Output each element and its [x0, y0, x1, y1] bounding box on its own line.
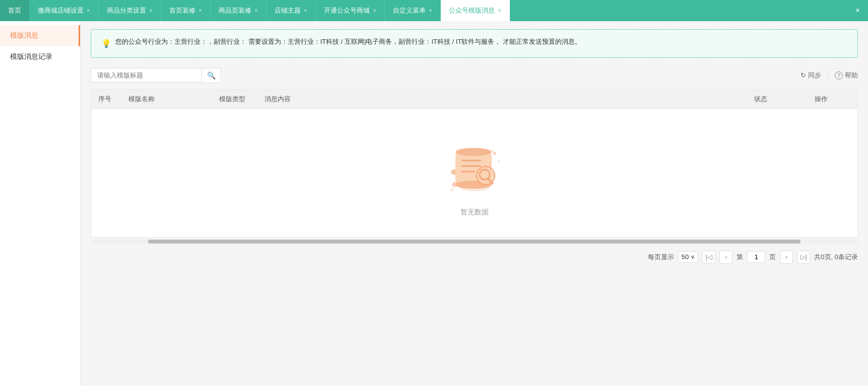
empty-text: 暂无数据: [91, 208, 857, 217]
page-number-input[interactable]: [747, 251, 765, 263]
sync-icon: ↻: [800, 71, 806, 79]
last-page-button[interactable]: ▷|: [797, 251, 810, 264]
search-button[interactable]: 🔍: [202, 68, 221, 83]
tab-homepage-decor[interactable]: 首页装修 ×: [161, 0, 211, 21]
help-button[interactable]: ? 帮助: [835, 71, 858, 80]
svg-point-3: [455, 148, 492, 156]
tab-template-msg[interactable]: 公众号模版消息 ×: [441, 0, 510, 21]
next-page-button[interactable]: ›: [780, 251, 793, 264]
scrollbar-thumb[interactable]: [148, 240, 800, 244]
search-icon: 🔍: [207, 71, 216, 80]
col-header-type: 模版类型: [212, 89, 257, 109]
next-page-icon: ›: [785, 253, 787, 261]
page-prefix: 第: [737, 253, 743, 262]
close-tab-custom-menu[interactable]: ×: [429, 7, 432, 14]
col-header-name: 模版名称: [121, 89, 212, 109]
sidebar-item-template-msg[interactable]: 模版消息: [0, 25, 80, 46]
tab-home[interactable]: 首页: [0, 0, 30, 21]
col-header-action: 操作: [808, 89, 858, 109]
prev-page-button[interactable]: ‹: [719, 251, 732, 264]
notice-icon: 💡: [101, 37, 111, 50]
sync-button[interactable]: ↻ 同步: [800, 71, 821, 80]
content-area: 💡 您的公众号行业为：主营行业：，副营行业： 需要设置为：主营行业：IT科技 /…: [81, 21, 868, 386]
svg-point-15: [450, 188, 453, 191]
close-tab-template-msg[interactable]: ×: [498, 7, 501, 14]
close-tab-product-category[interactable]: ×: [149, 7, 153, 14]
page-unit: 页: [769, 253, 776, 262]
close-tab-open-mall[interactable]: ×: [373, 7, 376, 14]
tab-wechat-shop[interactable]: 微商城店铺设置 ×: [30, 0, 99, 21]
table-empty-row: 暂无数据: [91, 109, 858, 237]
tab-product-decor[interactable]: 商品页装修 ×: [211, 0, 266, 21]
empty-state: 暂无数据: [91, 109, 857, 237]
top-navigation: 首页 微商城店铺设置 × 商品分类设置 × 首页装修 × 商品页装修 × 店铺主…: [0, 0, 868, 21]
first-page-button[interactable]: |◁: [702, 251, 715, 264]
per-page-label: 每页显示: [648, 253, 674, 262]
first-page-icon: |◁: [706, 253, 712, 261]
table-scrollbar[interactable]: [91, 240, 858, 244]
tab-product-category[interactable]: 商品分类设置 ×: [99, 0, 161, 21]
search-input[interactable]: [91, 68, 202, 83]
close-all-button[interactable]: ×: [847, 6, 868, 15]
main-layout: 模版消息 模版消息记录 💡 您的公众号行业为：主营行业：，副营行业： 需要设置为…: [0, 21, 868, 386]
empty-icon: [444, 139, 505, 200]
close-tab-product-decor[interactable]: ×: [254, 7, 258, 14]
col-header-status: 状态: [747, 89, 808, 109]
last-page-icon: ▷|: [800, 253, 807, 261]
sidebar-item-template-record[interactable]: 模版消息记录: [0, 46, 80, 67]
search-left: 🔍: [91, 68, 221, 83]
close-tab-homepage-decor[interactable]: ×: [198, 7, 202, 14]
chevron-down-icon: ∨: [691, 254, 695, 260]
page-size-select[interactable]: 50 ∨: [678, 251, 698, 263]
table-body: 暂无数据: [91, 109, 858, 237]
data-table: 序号 模版名称 模版类型 消息内容 状态 操作: [91, 89, 858, 238]
notice-text: 您的公众号行业为：主营行业：，副营行业： 需要设置为：主营行业：IT科技 / 互…: [115, 37, 581, 47]
svg-point-12: [498, 160, 500, 162]
col-header-content: 消息内容: [257, 89, 747, 109]
col-header-index: 序号: [91, 89, 121, 109]
search-actions: ↻ 同步 | ? 帮助: [800, 71, 858, 80]
prev-page-icon: ‹: [725, 253, 727, 261]
notice-box: 💡 您的公众号行业为：主营行业：，副营行业： 需要设置为：主营行业：IT科技 /…: [91, 29, 858, 58]
sidebar: 模版消息 模版消息记录: [0, 21, 81, 386]
total-info: 共0页, 0条记录: [814, 253, 858, 262]
tab-custom-menu[interactable]: 自定义菜单 ×: [385, 0, 441, 21]
table-header-row: 序号 模版名称 模版类型 消息内容 状态 操作: [91, 89, 858, 109]
pagination: 每页显示 50 ∨ |◁ ‹ 第 页 › ▷| 共0页, 0条记录: [91, 246, 858, 266]
tab-open-mall[interactable]: 开通公众号商城 ×: [316, 0, 385, 21]
svg-point-14: [452, 182, 457, 187]
tab-shop-theme[interactable]: 店铺主题 ×: [266, 0, 316, 21]
close-tab-shop-theme[interactable]: ×: [304, 7, 307, 14]
close-tab-wechat-shop[interactable]: ×: [87, 7, 90, 14]
search-bar: 🔍 ↻ 同步 | ? 帮助: [91, 68, 858, 83]
divider: |: [827, 71, 829, 79]
help-icon: ?: [835, 71, 843, 80]
